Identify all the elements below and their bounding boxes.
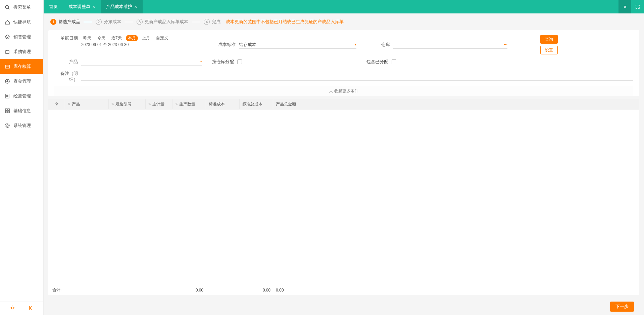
svg-point-11 bbox=[11, 307, 13, 309]
sidebar-label: 搜索菜单 bbox=[13, 4, 31, 10]
table-body bbox=[48, 109, 639, 285]
search-icon bbox=[5, 5, 10, 10]
svg-rect-6 bbox=[8, 109, 9, 110]
grid-icon bbox=[5, 108, 10, 114]
step-3: 3更新产成品入库单成本 bbox=[137, 19, 188, 25]
sidebar-item-search[interactable]: 搜索菜单 bbox=[0, 0, 43, 15]
home-icon bbox=[5, 19, 10, 25]
close-icon[interactable]: ✕ bbox=[92, 5, 95, 9]
sidebar-label: 基础信息 bbox=[13, 108, 31, 114]
more-icon[interactable]: ··· bbox=[504, 42, 507, 47]
doc-icon bbox=[5, 93, 10, 99]
tab-product-cost[interactable]: 产品成本维护✕ bbox=[101, 0, 143, 13]
chevron-down-icon: ▾ bbox=[354, 42, 356, 47]
chip-month[interactable]: 本月 bbox=[126, 35, 138, 41]
sort-icon[interactable]: ⇅ bbox=[111, 103, 114, 106]
step-2: 2分摊成本 bbox=[96, 19, 121, 25]
sidebar-item-biz[interactable]: 经营管理 bbox=[0, 89, 43, 103]
settings-button[interactable]: 设置 bbox=[540, 46, 558, 54]
svg-rect-2 bbox=[5, 65, 9, 68]
chip-yesterday[interactable]: 昨天 bbox=[81, 35, 93, 41]
more-icon[interactable]: ··· bbox=[198, 59, 202, 64]
gear-icon[interactable] bbox=[55, 102, 59, 107]
warehouse-select[interactable]: ··· bbox=[393, 41, 507, 49]
chip-lastmonth[interactable]: 上月 bbox=[140, 35, 152, 41]
sort-icon[interactable]: ⇅ bbox=[68, 103, 70, 106]
svg-rect-4 bbox=[6, 94, 9, 98]
table-footer: 合计: 0.00 0.00 0.00 bbox=[48, 285, 639, 295]
include-allocated-checkbox[interactable] bbox=[392, 59, 396, 64]
date-label: 单据日期 bbox=[54, 35, 78, 41]
date-range: 2023-06-01 至 2023-06-30 bbox=[81, 42, 202, 48]
sidebar-label: 系统管理 bbox=[13, 123, 31, 129]
tab-cost-adjust[interactable]: 成本调整单✕ bbox=[63, 0, 101, 13]
remark-label: 备注（明细） bbox=[54, 71, 78, 83]
sidebar-item-purchase[interactable]: 采购管理 bbox=[0, 44, 43, 59]
steps-row: 1筛选产成品 2分摊成本 3更新产成品入库单成本 4完成 成本更新的范围中不包括… bbox=[44, 13, 644, 30]
svg-rect-5 bbox=[5, 109, 7, 110]
product-select[interactable]: ··· bbox=[81, 58, 202, 66]
sidebar-item-inventory[interactable]: 库存核算 bbox=[0, 59, 43, 74]
include-allocated-label: 包含已分配 bbox=[366, 59, 388, 65]
tab-home[interactable]: 首页 bbox=[44, 0, 63, 13]
sort-icon[interactable]: ⇅ bbox=[175, 103, 178, 106]
svg-rect-8 bbox=[8, 111, 9, 113]
step-1: 1筛选产成品 bbox=[50, 19, 80, 25]
tab-close-all[interactable]: ✕ bbox=[618, 0, 631, 13]
coin-icon bbox=[5, 79, 10, 84]
step-4: 4完成 bbox=[204, 19, 220, 25]
by-warehouse-checkbox[interactable] bbox=[237, 59, 242, 64]
tabbar: 首页 成本调整单✕ 产品成本维护✕ ✕ bbox=[44, 0, 644, 13]
chip-today[interactable]: 今天 bbox=[95, 35, 107, 41]
chevron-up-icon: ︽ bbox=[329, 89, 333, 93]
sidebar-label: 快捷导航 bbox=[13, 19, 31, 25]
svg-point-12 bbox=[56, 103, 57, 105]
by-warehouse-label: 按仓库分配 bbox=[212, 59, 234, 65]
product-label: 产品 bbox=[54, 59, 78, 65]
sidebar-item-base[interactable]: 基础信息 bbox=[0, 103, 43, 118]
collapse-bar[interactable]: ︽ 收起更多条件 bbox=[54, 86, 633, 96]
date-chips: 昨天 今天 近7天 本月 上月 自定义 bbox=[81, 35, 202, 41]
svg-rect-1 bbox=[6, 51, 9, 53]
query-button[interactable]: 查询 bbox=[540, 35, 558, 44]
svg-point-9 bbox=[6, 125, 8, 127]
sidebar-label: 经营管理 bbox=[13, 93, 31, 99]
chip-7days[interactable]: 近7天 bbox=[109, 35, 124, 41]
footer-gear-icon[interactable] bbox=[10, 305, 15, 312]
warehouse-label: 仓库 bbox=[366, 42, 390, 48]
gear-icon bbox=[5, 123, 10, 128]
sidebar-label: 库存核算 bbox=[13, 63, 31, 70]
sidebar-label: 采购管理 bbox=[13, 49, 31, 55]
sidebar-item-finance[interactable]: 资金管理 bbox=[0, 74, 43, 89]
sidebar-item-nav[interactable]: 快捷导航 bbox=[0, 15, 43, 30]
remark-input[interactable] bbox=[81, 73, 633, 81]
sidebar-label: 资金管理 bbox=[13, 78, 31, 84]
svg-point-0 bbox=[5, 5, 9, 9]
next-button[interactable]: 下一步 bbox=[610, 302, 634, 312]
table-header: ⇅产品 ⇅规格型号 ⇅主计量 ⇅生产数量 标准成本 标准总成本 产品总金额 bbox=[48, 99, 639, 109]
sidebar-item-system[interactable]: 系统管理 bbox=[0, 118, 43, 133]
sidebar-item-sales[interactable]: 销售管理 bbox=[0, 30, 43, 44]
cost-standard-label: 成本标准 bbox=[212, 42, 236, 48]
fullscreen-icon[interactable] bbox=[631, 0, 644, 13]
sort-icon[interactable]: ⇅ bbox=[148, 103, 151, 106]
step-warning: 成本更新的范围中不包括已月结或已生成凭证的产成品入库单 bbox=[226, 19, 344, 25]
filter-panel: 单据日期 昨天 今天 近7天 本月 上月 自定义 bbox=[48, 30, 639, 96]
sidebar-label: 销售管理 bbox=[13, 34, 31, 40]
cart-icon bbox=[5, 49, 10, 54]
cost-standard-select[interactable]: 结存成本▾ bbox=[239, 41, 356, 49]
footer-collapse-icon[interactable] bbox=[28, 305, 34, 312]
chip-custom[interactable]: 自定义 bbox=[154, 35, 170, 41]
svg-point-10 bbox=[5, 124, 9, 128]
close-icon[interactable]: ✕ bbox=[134, 5, 137, 9]
svg-rect-7 bbox=[5, 111, 7, 113]
sale-icon bbox=[5, 34, 10, 40]
box-icon bbox=[5, 64, 10, 69]
